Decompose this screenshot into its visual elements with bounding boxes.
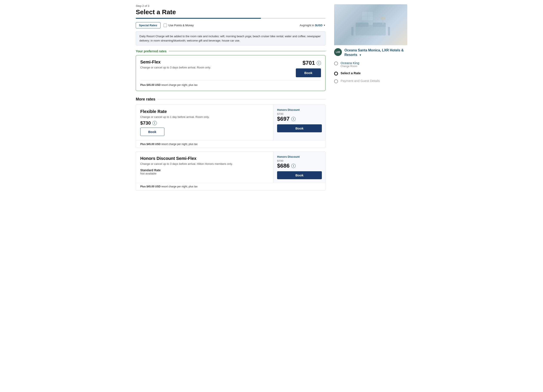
flexible-honors-price-value: $697 [277,115,289,122]
preferred-rate-card: Semi-Flex Change or cancel up to 3 days … [136,55,326,91]
use-points-checkbox[interactable] [164,24,167,27]
step-rate-name: Select a Rate [340,71,361,75]
currency-arrow-icon: ▼ [323,24,326,27]
step-label: Step 2 of 3 [136,4,326,7]
room-image [334,4,407,45]
step-rate-block: Select a Rate [340,71,361,75]
hotel-name: Oceana Santa Monica, LXR Hotels & Resort… [345,48,407,57]
flexible-resort-charge: Plus $45.00 USD resort charge per night,… [136,140,325,148]
honors-semi-flex-resort-charge: Plus $45.00 USD resort charge per night,… [136,183,325,190]
flexible-honors-book-button[interactable]: Book [277,124,322,132]
preferred-resort-charge: Plus $45.00 USD resort charge per night,… [140,80,321,86]
flexible-rate-price: $730 [140,120,151,126]
honors-semi-flex-row-inner: Honors Discount Semi-Flex Change or canc… [136,152,325,183]
currency-selector[interactable]: $USD [315,24,322,27]
avg-night-label: Avg/night in [300,24,314,27]
page-title: Select a Rate [136,8,326,16]
svg-point-9 [380,17,385,20]
svg-rect-1 [356,23,368,27]
honors-semi-flex-honors-col: Honors Discount $730 $686 i Book [274,152,325,183]
not-available-text: Not available [140,172,269,175]
honors-semi-flex-honors-price: $686 i [277,162,322,169]
step-circle-room [334,62,338,65]
preferred-rate-card-inner: Semi-Flex Change or cancel up to 3 days … [140,60,321,77]
preferred-rate-price: $701 i [302,60,321,66]
honors-semi-flex-col-left: Honors Discount Semi-Flex Change or canc… [136,152,274,183]
honors-semi-flex-original-price: $730 [277,159,322,162]
progress-bar-container [136,18,326,19]
steps-list: Oceana King Change Room Select a Rate Pa… [334,61,407,83]
use-points-text: Use Points & Money [169,24,194,27]
step-item-payment: Payment and Guest Details [334,79,407,83]
preferred-rate-info: Semi-Flex Change or cancel up to 3 days … [140,60,287,69]
flexible-honors-badge: Honors Discount [277,108,322,111]
hotel-name-block[interactable]: Oceana Santa Monica, LXR Hotels & Resort… [345,48,407,57]
special-rates-button[interactable]: Special Rates [136,22,160,28]
step-item-room: Oceana King Change Room [334,61,407,68]
sidebar: LXR Oceana Santa Monica, LXR Hotels & Re… [334,4,407,194]
main-content: Step 2 of 3 Select a Rate Special Rates … [136,4,326,194]
flexible-book-button[interactable]: Book [140,128,164,136]
filters-row: Special Rates Use Points & Money Avg/nig… [136,22,326,28]
resort-charge-notice: Daily Resort Charge will be added to the… [136,31,326,45]
flexible-rate-col-left: Flexible Rate Change or cancel up to 1 d… [136,105,274,140]
flexible-rate-row-inner: Flexible Rate Change or cancel up to 1 d… [136,105,325,140]
flexible-rate-description: Change or cancel up to 1 day before arri… [140,115,269,119]
step-change-room[interactable]: Change Room [340,65,359,68]
honors-semi-flex-description: Change or cancel up to 3 days before arr… [140,162,269,165]
flexible-honors-price: $697 i [277,115,322,122]
honors-semi-flex-rate-row: Honors Discount Semi-Flex Change or canc… [136,152,326,190]
preferred-book-button[interactable]: Book [296,68,321,77]
step-item-rate: Select a Rate [334,71,407,75]
step-room-block: Oceana King Change Room [340,61,359,68]
step-payment-name: Payment and Guest Details [340,79,380,83]
flexible-rate-price-row: $730 i [140,120,269,126]
honors-semi-flex-price-value: $686 [277,162,289,169]
flexible-honors-col: Honors Discount $730 $697 i Book [274,105,325,140]
step-payment-block: Payment and Guest Details [340,79,380,83]
standard-rate-label: Standard Rate [140,168,269,172]
preferred-rate-name: Semi-Flex [140,60,287,65]
hotel-header: LXR Oceana Santa Monica, LXR Hotels & Re… [334,48,407,57]
flexible-rate-row: Flexible Rate Change or cancel up to 1 d… [136,105,326,148]
step-circle-payment [334,80,338,83]
preferred-rate-info-icon[interactable]: i [317,61,321,65]
flexible-honors-info-icon[interactable]: i [291,117,296,121]
honors-semi-flex-rate-name: Honors Discount Semi-Flex [140,156,269,161]
svg-rect-4 [388,27,390,35]
step-circle-rate [334,72,338,75]
flexible-rate-info-icon[interactable]: i [153,121,157,125]
preferred-rate-price-col: $701 i Book [287,60,321,77]
avg-night-selector[interactable]: Avg/night in $USD ▼ [300,24,326,27]
preferred-rates-section-title: Your preferred rates [136,49,326,53]
filters-left: Special Rates Use Points & Money [136,22,194,28]
use-points-label[interactable]: Use Points & Money [164,24,194,27]
svg-rect-3 [351,27,353,35]
honors-semi-flex-info-icon[interactable]: i [291,164,296,168]
flexible-rate-name: Flexible Rate [140,109,269,114]
preferred-rate-description: Change or cancel up to 3 days before arr… [140,66,287,69]
svg-rect-2 [373,23,386,27]
progress-bar-fill [136,18,261,19]
flexible-honors-original-price: $730 [277,112,322,115]
more-rates-section-title: More rates [136,97,326,102]
step-room-name[interactable]: Oceana King [340,61,359,65]
hotel-avatar: LXR [334,48,342,56]
honors-semi-flex-book-button[interactable]: Book [277,171,322,179]
honors-semi-flex-honors-badge: Honors Discount [277,155,322,158]
preferred-price-value: $701 [302,60,315,66]
